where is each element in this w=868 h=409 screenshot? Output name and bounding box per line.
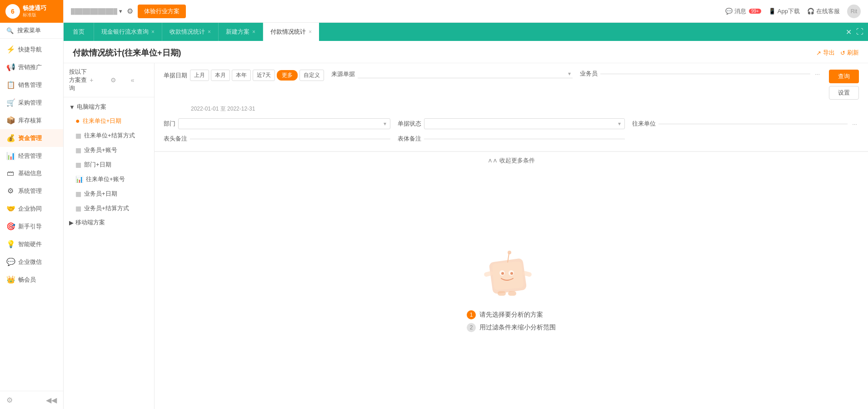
scheme-item-icon-partner-date: ●	[75, 117, 80, 125]
date-btn-more[interactable]: 更多	[277, 70, 298, 81]
enterprise-icon: 🤝	[6, 204, 15, 213]
sidebar-item-wechat[interactable]: 💬 企业微信	[0, 253, 63, 271]
partner-dots[interactable]: ···	[850, 121, 859, 127]
date-btn-custom[interactable]: 自定义	[299, 70, 324, 81]
scheme-item-agent-date[interactable]: ▦ 业务员+日期	[64, 187, 154, 201]
export-btn[interactable]: ↗ 导出	[816, 49, 835, 57]
sidebar-item-member[interactable]: 👑 畅会员	[0, 271, 63, 288]
tab-home[interactable]: 首页	[64, 23, 94, 41]
logo-brand: 畅捷通巧	[23, 5, 46, 12]
service-label: 在线客服	[816, 7, 840, 15]
scheme-item-partner-settle[interactable]: ▦ 往来单位+结算方式	[64, 128, 154, 143]
empty-hint-2: 2 用过滤条件来缩小分析范围	[467, 323, 556, 332]
tab-collection-close[interactable]: ×	[208, 29, 211, 35]
tab-expand-icon[interactable]: ⛶	[856, 28, 863, 36]
scheme-collapse-icon[interactable]: «	[131, 76, 149, 84]
scheme-panel: 按以下方案查询 + ⚙ « ▼ 电脑端方案 ● 往来单位+日期	[64, 63, 155, 409]
main-area: ████████████ ▾ ⚙ 体验行业方案 💬 消息 99+ 📱 App下载…	[64, 0, 868, 409]
messages-btn[interactable]: 💬 消息 99+	[725, 7, 761, 15]
sales-icon: 📋	[6, 81, 15, 89]
empty-svg-illustration	[479, 247, 543, 301]
online-service-btn[interactable]: 🎧 在线客服	[807, 7, 840, 15]
scheme-item-label: 业务员+结算方式	[84, 204, 129, 212]
scheme-item-dept-date[interactable]: ▦ 部门+日期	[64, 157, 154, 172]
svg-rect-10	[498, 291, 506, 296]
refresh-icon: ↺	[840, 50, 845, 56]
scheme-group-pc-header[interactable]: ▼ 电脑端方案	[64, 100, 154, 114]
message-icon: 💬	[725, 8, 733, 15]
scheme-item-label: 往来单位+账号	[86, 175, 125, 183]
pc-group-chevron: ▼	[69, 104, 75, 111]
sidebar-bottom: ⚙ ◀◀	[0, 391, 63, 409]
collapse-bar[interactable]: ∧∧ 收起更多条件	[155, 151, 868, 169]
date-btn-last-month[interactable]: 上月	[190, 70, 209, 81]
svg-point-7	[508, 251, 511, 254]
scheme-group-mobile-header[interactable]: ▶ 移动端方案	[64, 216, 154, 229]
scheme-settings-icon[interactable]: ⚙	[110, 76, 128, 84]
source-label: 来源单据	[331, 70, 355, 78]
sidebar-search[interactable]: 🔍 搜索菜单	[0, 23, 63, 39]
sidebar-item-sales[interactable]: 📋 销售管理	[0, 76, 63, 94]
tab-payment-stats[interactable]: 付款情况统计 ×	[263, 23, 319, 41]
date-btn-this-year[interactable]: 本年	[232, 70, 251, 81]
page-header: 付款情况统计(往来单位+日期) ↗ 导出 ↺ 刷新	[64, 41, 868, 63]
tab-bank-flow-close[interactable]: ×	[151, 29, 155, 35]
filter-area: 单据日期 上月 本月 本年 近7天 更多 自定义	[155, 63, 868, 151]
trial-btn[interactable]: 体验行业方案	[138, 5, 186, 18]
tab-close-all-icon[interactable]: ✕	[846, 28, 852, 36]
sidebar-item-system[interactable]: ⚙ 系统管理	[0, 182, 63, 200]
dept-label: 部门	[164, 120, 175, 128]
scheme-panel-header: 按以下方案查询 + ⚙ «	[64, 63, 154, 97]
sidebar-item-operation[interactable]: 📊 经营管理	[0, 147, 63, 165]
tab-new-scheme[interactable]: 新建方案 ×	[219, 23, 263, 41]
tab-new-scheme-close[interactable]: ×	[252, 29, 255, 35]
scheme-item-agent-account[interactable]: ▦ 业务员+账号	[64, 143, 154, 157]
sidebar-settings-icon[interactable]: ⚙	[6, 396, 13, 404]
operation-icon: 📊	[6, 151, 15, 160]
sidebar-item-inventory[interactable]: 📦 库存核算	[0, 111, 63, 129]
sidebar-item-enterprise[interactable]: 🤝 企业协同	[0, 200, 63, 217]
logo-icon: 6	[5, 4, 20, 19]
sidebar-item-purchase[interactable]: 🛒 采购管理	[0, 94, 63, 111]
scheme-item-agent-settle[interactable]: ▦ 业务员+结算方式	[64, 201, 154, 216]
sidebar-logo: 6 畅捷通巧 标准版	[0, 0, 63, 23]
sidebar-item-label: 销售管理	[18, 81, 42, 89]
sidebar-collapse-icon[interactable]: ◀◀	[46, 396, 57, 404]
agent-dots[interactable]: ···	[813, 71, 822, 77]
sidebar-item-label: 企业微信	[18, 258, 42, 266]
sidebar-item-quick-nav[interactable]: ⚡ 快捷导航	[0, 40, 63, 58]
hint-text-1: 请先选择要分析的方案	[479, 311, 543, 319]
company-selector[interactable]: ████████████ ▾	[71, 8, 122, 15]
logo-edition: 标准版	[23, 12, 46, 18]
scheme-item-partner-date[interactable]: ● 往来单位+日期	[64, 114, 154, 128]
sidebar-item-label: 经营管理	[18, 152, 42, 160]
tab-bank-flow[interactable]: 现金银行流水查询 ×	[94, 23, 162, 41]
empty-illustration	[479, 247, 543, 301]
service-icon: 🎧	[807, 8, 814, 15]
sidebar-item-basic-info[interactable]: 🗃 基础信息	[0, 165, 63, 182]
settings-btn[interactable]: 设置	[829, 86, 859, 100]
app-download-btn[interactable]: 📱 App下载	[768, 7, 800, 15]
date-btn-7days[interactable]: 近7天	[253, 70, 275, 81]
sidebar-item-label: 新手引导	[18, 222, 42, 231]
svg-rect-11	[508, 291, 516, 296]
tab-collection-stats[interactable]: 收款情况统计 ×	[162, 23, 219, 41]
sidebar-item-guide[interactable]: 🎯 新手引导	[0, 217, 63, 235]
query-btn[interactable]: 查询	[829, 70, 859, 83]
partner-label: 往来单位	[632, 120, 656, 128]
date-btn-this-month[interactable]: 本月	[211, 70, 230, 81]
scheme-add-icon[interactable]: +	[90, 76, 107, 84]
tab-payment-close[interactable]: ×	[309, 29, 312, 35]
sidebar-item-marketing[interactable]: 📢 营销推广	[0, 58, 63, 76]
user-avatar[interactable]: Rit	[847, 5, 861, 18]
empty-hints: 1 请先选择要分析的方案 2 用过滤条件来缩小分析范围	[467, 310, 556, 332]
sidebar-nav: ⚡ 快捷导航 📢 营销推广 📋 销售管理 🛒 采购管理 📦 库存核算 💰 资金管…	[0, 39, 63, 391]
scheme-item-partner-account[interactable]: 📊 往来单位+账号	[64, 172, 154, 187]
refresh-btn[interactable]: ↺ 刷新	[840, 49, 859, 57]
sidebar-item-smart-hw[interactable]: 💡 智能硬件	[0, 235, 63, 253]
sidebar-item-finance[interactable]: 💰 资金管理	[0, 129, 63, 147]
svg-rect-1	[492, 261, 524, 290]
topbar: ████████████ ▾ ⚙ 体验行业方案 💬 消息 99+ 📱 App下载…	[64, 0, 868, 23]
topbar-settings-icon[interactable]: ⚙	[127, 7, 133, 15]
messages-badge: 99+	[749, 9, 761, 14]
